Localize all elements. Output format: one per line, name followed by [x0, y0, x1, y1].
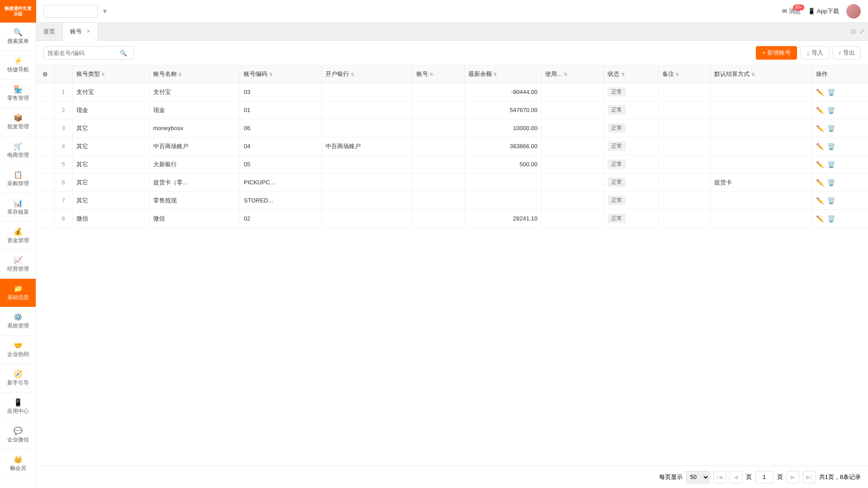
- edit-icon-0[interactable]: ✏️: [816, 89, 824, 96]
- tab-accounts[interactable]: 账号 ✕: [63, 23, 98, 41]
- row-account-4: [412, 155, 464, 174]
- phone-icon: 📱: [808, 8, 815, 14]
- content-header: 🔍 + 新增账号 ↓ 导入 ↑ 导出: [36, 41, 868, 66]
- edit-icon-4[interactable]: ✏️: [816, 161, 824, 168]
- row-actions-0: ✏️ 🗑️: [812, 83, 868, 101]
- row-gear-3[interactable]: [36, 137, 54, 155]
- row-gear-5[interactable]: [36, 174, 54, 192]
- sidebar-item-agreement[interactable]: 🤝 企业协同: [0, 336, 36, 364]
- tab-expand-icon[interactable]: ⤢: [858, 26, 866, 37]
- edit-icon-7[interactable]: ✏️: [816, 215, 824, 222]
- sidebar-item-label: 采购管理: [2, 180, 34, 188]
- col-num: [54, 66, 72, 83]
- col-type-header[interactable]: 账号类型 ⇅: [72, 66, 149, 83]
- first-page-button[interactable]: |◀: [713, 471, 726, 483]
- corpwx-icon: 💬: [2, 427, 34, 435]
- row-gear-2[interactable]: [36, 119, 54, 137]
- row-bank-5: [322, 174, 413, 192]
- col-gear[interactable]: ⚙: [36, 66, 54, 83]
- agreement-icon: 🤝: [2, 341, 34, 350]
- add-account-button[interactable]: + 新增账号: [756, 46, 797, 60]
- sidebar-item-operations[interactable]: 📈 经营管理: [0, 250, 36, 279]
- sidebar-item-inventory[interactable]: 📊 库存核算: [0, 193, 36, 222]
- col-default-settlement-header[interactable]: 默认结算方式 ⇅: [710, 66, 812, 83]
- sidebar-item-vip[interactable]: 👑 畅会员: [0, 450, 36, 478]
- sidebar-item-system[interactable]: ⚙️ 系统管理: [0, 307, 36, 336]
- basic-icon: 📁: [2, 284, 34, 293]
- search-input[interactable]: [47, 50, 120, 56]
- row-gear-4[interactable]: [36, 155, 54, 174]
- sidebar-item-capital[interactable]: 💰 资金管理: [0, 222, 36, 250]
- page-input[interactable]: [755, 471, 774, 483]
- delete-icon-4[interactable]: 🗑️: [827, 161, 835, 168]
- sidebar-item-appcenter[interactable]: 📱 应用中心: [0, 393, 36, 421]
- next-page-button[interactable]: ▶: [787, 471, 799, 483]
- row-gear-6[interactable]: [36, 192, 54, 210]
- row-balance-0: -90444.00: [464, 83, 541, 101]
- sidebar-item-guide[interactable]: 🧭 新手引导: [0, 364, 36, 393]
- row-bank-7: [322, 210, 413, 228]
- accounts-table-container: ⚙ 账号类型 ⇅ 账号名称 ⇅ 账号编码 ⇅ 开户银行 ⇅ 账号 ⇅ 最新余额 …: [36, 66, 868, 465]
- ecommerce-icon: 🛒: [2, 142, 34, 150]
- search-icon[interactable]: 🔍: [120, 50, 127, 56]
- import-button[interactable]: ↓ 导入: [801, 46, 829, 60]
- col-name-header[interactable]: 账号名称 ⇅: [149, 66, 240, 83]
- messages-badge: 99+: [793, 5, 804, 10]
- sidebar-item-label: 批发管理: [2, 123, 34, 131]
- delete-icon-1[interactable]: 🗑️: [827, 107, 835, 114]
- row-code-7: 02: [240, 210, 322, 228]
- sidebar-item-quicknav[interactable]: ⚡ 快捷导航: [0, 51, 36, 80]
- guide-icon: 🧭: [2, 370, 34, 378]
- delete-icon-2[interactable]: 🗑️: [827, 125, 835, 132]
- sidebar-item-search[interactable]: 🔍 搜索菜单: [0, 23, 36, 51]
- prev-page-button[interactable]: ◀: [730, 471, 742, 483]
- table-row: 4 其它 中百商场账户 04 中百商场账户 383866.00 正常 ✏️ 🗑️: [36, 137, 868, 155]
- col-account-header[interactable]: 账号 ⇅: [412, 66, 464, 83]
- table-row: 7 其它 零售抵现 STORED... 正常 ✏️ 🗑️: [36, 192, 868, 210]
- edit-icon-1[interactable]: ✏️: [816, 107, 824, 114]
- delete-icon-7[interactable]: 🗑️: [827, 215, 835, 222]
- col-bank-header[interactable]: 开户银行 ⇅: [322, 66, 413, 83]
- row-status-1: 正常: [604, 101, 658, 119]
- row-gear-0[interactable]: [36, 83, 54, 101]
- edit-icon-6[interactable]: ✏️: [816, 197, 824, 204]
- col-code-header[interactable]: 账号编码 ⇅: [240, 66, 322, 83]
- row-gear-7[interactable]: [36, 210, 54, 228]
- row-gear-1[interactable]: [36, 101, 54, 119]
- dropdown-icon[interactable]: ▾: [103, 7, 107, 15]
- row-actions-5: ✏️ 🗑️: [812, 174, 868, 192]
- sidebar-item-basic[interactable]: 📁 基础信息: [0, 279, 36, 307]
- row-num-7: 8: [54, 210, 72, 228]
- sidebar-item-corpwx[interactable]: 💬 企业微信: [0, 421, 36, 450]
- tab-close-icon[interactable]: ✕: [86, 28, 90, 34]
- col-status-header[interactable]: 状态 ⇅: [604, 66, 658, 83]
- edit-icon-3[interactable]: ✏️: [816, 143, 824, 150]
- col-remark-header[interactable]: 备注 ⇅: [658, 66, 710, 83]
- avatar[interactable]: [846, 4, 861, 19]
- delete-icon-0[interactable]: 🗑️: [827, 89, 835, 96]
- sidebar-item-purchase[interactable]: 📋 采购管理: [0, 165, 36, 193]
- sidebar-item-retail[interactable]: 🏪 零售管理: [0, 80, 36, 108]
- delete-icon-3[interactable]: 🗑️: [827, 143, 835, 150]
- app-download-button[interactable]: 📱 App下载: [808, 7, 839, 15]
- delete-icon-6[interactable]: 🗑️: [827, 197, 835, 204]
- delete-icon-5[interactable]: 🗑️: [827, 179, 835, 186]
- row-default-settlement-4: [710, 155, 812, 174]
- row-default-settlement-1: [710, 101, 812, 119]
- edit-icon-2[interactable]: ✏️: [816, 125, 824, 132]
- sidebar-item-label: 应用中心: [2, 408, 34, 415]
- tab-home[interactable]: 首页: [36, 23, 63, 41]
- per-page-select[interactable]: 50 100 200: [686, 471, 710, 483]
- edit-icon-5[interactable]: ✏️: [816, 179, 824, 186]
- row-status-4: 正常: [604, 155, 658, 174]
- top-search-input[interactable]: [43, 5, 98, 18]
- export-button[interactable]: ↑ 导出: [833, 46, 861, 60]
- col-usage-header[interactable]: 使用... ⇅: [542, 66, 604, 83]
- last-page-button[interactable]: ▶|: [803, 471, 816, 483]
- sidebar-item-wholesale[interactable]: 📦 批发管理: [0, 108, 36, 136]
- col-balance-header[interactable]: 最新余额 ⇅: [464, 66, 541, 83]
- messages-button[interactable]: ✉ 消息 99+: [782, 7, 801, 15]
- tab-restore-icon[interactable]: ⊡: [849, 26, 858, 37]
- row-usage-5: [542, 174, 604, 192]
- sidebar-item-ecommerce[interactable]: 🛒 电商管理: [0, 136, 36, 165]
